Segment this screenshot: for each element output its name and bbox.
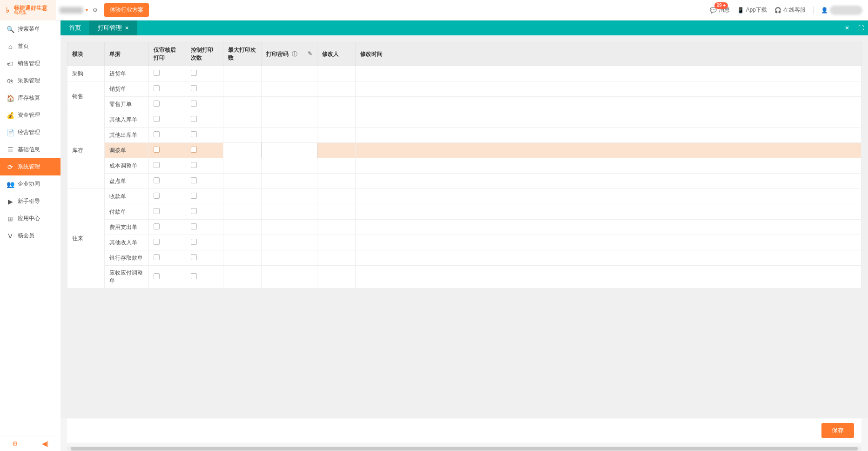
online-service-link[interactable]: 🎧 在线客服 — [774, 6, 806, 14]
table-row[interactable]: 销售销货单 — [67, 81, 861, 97]
checkbox[interactable] — [154, 239, 160, 245]
sidebar-item-首页[interactable]: ⌂首页 — [0, 38, 61, 55]
tab-print-management[interactable]: 打印管理 ✕ — [89, 20, 137, 35]
tabs-close-all-icon[interactable]: ✕ — [840, 20, 854, 35]
print-settings-table: 模块 单据 仅审核后打印 控制打印次数 最大打印次数 打印密码 ⓘ ✎ — [67, 42, 861, 289]
checkbox[interactable] — [154, 85, 160, 91]
sidebar-item-系统管理[interactable]: ⟳系统管理 — [0, 158, 61, 175]
sidebar-item-label: 资金管理 — [18, 111, 40, 119]
table-row[interactable]: 零售开单 — [67, 97, 861, 112]
max-count-cell[interactable] — [223, 143, 262, 158]
checkbox[interactable] — [154, 177, 160, 183]
checkbox[interactable] — [191, 116, 197, 122]
checkbox[interactable] — [191, 208, 197, 214]
app-download-link[interactable]: 📱 App下载 — [737, 6, 767, 14]
warehouse-icon: 🏠 — [7, 94, 14, 102]
sidebar-item-销售管理[interactable]: 🏷销售管理 — [0, 55, 61, 72]
close-icon[interactable]: ✕ — [125, 25, 129, 31]
password-cell — [262, 174, 317, 189]
checkbox[interactable] — [191, 254, 197, 260]
checkbox[interactable] — [154, 193, 160, 199]
home-icon: ⌂ — [7, 43, 14, 50]
table-row[interactable]: 应收应付调整单 — [67, 266, 861, 289]
audit-only-cell — [149, 128, 186, 143]
sidebar-item-基础信息[interactable]: ☰基础信息 — [0, 141, 61, 158]
sidebar-item-搜索菜单[interactable]: 🔍搜索菜单 — [0, 20, 61, 38]
checkbox[interactable] — [154, 208, 160, 214]
checkbox[interactable] — [154, 162, 160, 168]
document-cell: 其他入库单 — [105, 112, 149, 128]
messages-link[interactable]: 💬 消息 99 + — [710, 6, 730, 14]
modify-time-cell — [356, 250, 861, 266]
sidebar-item-库存核算[interactable]: 🏠库存核算 — [0, 89, 61, 107]
fullscreen-icon[interactable]: ⛶ — [854, 20, 868, 35]
password-cell[interactable] — [262, 143, 317, 158]
col-module: 模块 — [67, 42, 105, 66]
checkbox[interactable] — [154, 116, 160, 122]
checkbox[interactable] — [154, 223, 160, 229]
user-name-blurred — [830, 6, 862, 15]
table-row[interactable]: 银行存取款单 — [67, 250, 861, 266]
sidebar-item-新手引导[interactable]: ▶新手引导 — [0, 193, 61, 210]
modifier-cell — [317, 128, 356, 143]
table-row[interactable]: 其他收入单 — [67, 235, 861, 250]
sidebar-item-label: 新手引导 — [18, 197, 40, 205]
edit-icon[interactable]: ✎ — [308, 50, 312, 57]
checkbox[interactable] — [191, 162, 197, 168]
sidebar-item-采购管理[interactable]: 🛍采购管理 — [0, 72, 61, 89]
max-count-cell — [223, 158, 262, 174]
checkbox[interactable] — [191, 193, 197, 199]
checkbox[interactable] — [191, 273, 197, 279]
checkbox[interactable] — [154, 273, 160, 279]
checkbox[interactable] — [191, 85, 197, 91]
checkbox[interactable] — [154, 131, 160, 137]
sidebar-item-应用中心[interactable]: ⊞应用中心 — [0, 210, 61, 227]
table-row[interactable]: 采购进货单 — [67, 66, 861, 81]
modifier-cell — [317, 235, 356, 250]
modify-time-cell — [356, 81, 861, 97]
cta-button[interactable]: 体验行业方案 — [104, 3, 149, 17]
checkbox[interactable] — [154, 147, 160, 153]
checkbox[interactable] — [191, 70, 197, 76]
print-settings-card: 模块 单据 仅审核后打印 控制打印次数 最大打印次数 打印密码 ⓘ ✎ — [67, 42, 861, 289]
sidebar-item-资金管理[interactable]: 💰资金管理 — [0, 107, 61, 124]
table-row[interactable]: 其他出库单 — [67, 128, 861, 143]
checkbox[interactable] — [191, 223, 197, 229]
checkbox[interactable] — [154, 101, 160, 107]
checkbox[interactable] — [191, 177, 197, 183]
footer-collapse-icon[interactable]: ◀| — [42, 440, 49, 447]
sidebar-item-企业协同[interactable]: 👥企业协同 — [0, 175, 61, 193]
max-count-cell — [223, 112, 262, 128]
org-selector[interactable]: ▾ — [60, 7, 88, 13]
checkbox[interactable] — [191, 131, 197, 137]
checkbox[interactable] — [191, 147, 197, 153]
checkbox[interactable] — [191, 239, 197, 245]
help-icon[interactable]: ⓘ — [292, 51, 297, 57]
sidebar-item-畅会员[interactable]: V畅会员 — [0, 227, 61, 244]
checkbox[interactable] — [154, 254, 160, 260]
footer-settings-icon[interactable]: ⚙ — [12, 440, 18, 447]
table-row[interactable]: 库存其他入库单 — [67, 112, 861, 128]
audit-only-cell — [149, 266, 186, 289]
horizontal-scrollbar[interactable] — [67, 446, 861, 451]
audit-only-cell — [149, 158, 186, 174]
table-row[interactable]: 付款单 — [67, 204, 861, 220]
sidebar-item-经营管理[interactable]: 📄经营管理 — [0, 124, 61, 141]
checkbox[interactable] — [191, 101, 197, 107]
save-button[interactable]: 保存 — [821, 423, 854, 438]
table-row[interactable]: 盘点单 — [67, 174, 861, 189]
sidebar: 🔍搜索菜单⌂首页🏷销售管理🛍采购管理🏠库存核算💰资金管理📄经营管理☰基础信息⟳系… — [0, 20, 61, 451]
tab-home[interactable]: 首页 — [61, 20, 89, 35]
brand-logo[interactable]: ♭ 畅捷通好生意 精易版 — [0, 0, 56, 20]
table-row[interactable]: 往来收款单 — [67, 189, 861, 204]
user-menu[interactable]: 👤 — [821, 6, 862, 15]
scrollbar-thumb[interactable] — [71, 447, 858, 451]
brand-edition: 精易版 — [14, 11, 47, 15]
table-row[interactable]: 费用支出单 — [67, 220, 861, 235]
settings-icon[interactable]: ⚙ — [93, 7, 98, 13]
table-row[interactable]: 调拨单 — [67, 143, 861, 158]
table-row[interactable]: 成本调整单 — [67, 158, 861, 174]
checkbox[interactable] — [154, 70, 160, 76]
document-cell: 应收应付调整单 — [105, 266, 149, 289]
search-icon: 🔍 — [7, 26, 14, 33]
